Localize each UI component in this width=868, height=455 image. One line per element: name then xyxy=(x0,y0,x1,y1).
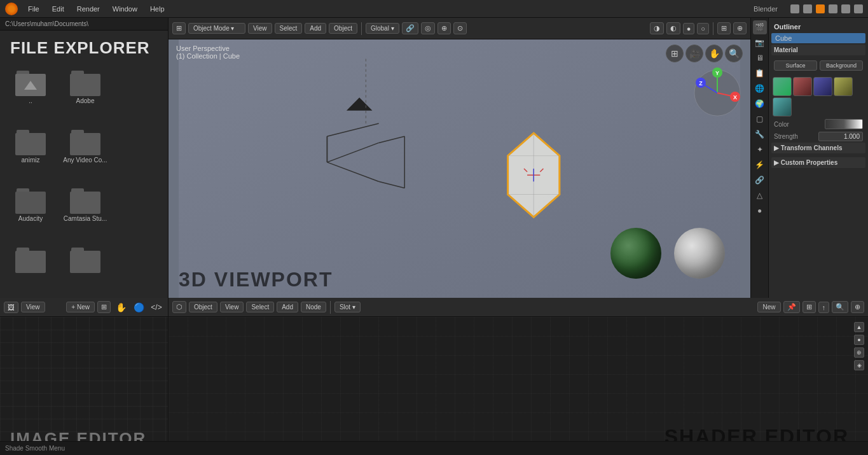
shader-view-btn[interactable]: View xyxy=(220,302,244,312)
workspace-btn-2[interactable] xyxy=(803,4,812,13)
img-hand-tool[interactable]: ✋ xyxy=(113,300,128,315)
viewport-shading-eevee[interactable]: ○ xyxy=(697,23,709,34)
shader-node-btn[interactable]: Node xyxy=(301,302,326,312)
props-icon-constraints[interactable]: 🔗 xyxy=(753,173,767,187)
menu-file[interactable]: File xyxy=(25,4,42,14)
list-item[interactable] xyxy=(60,245,111,293)
list-item[interactable]: .. xyxy=(5,68,56,123)
shader-slot-btn[interactable]: Slot ▾ xyxy=(334,302,361,312)
list-item[interactable]: Audacity xyxy=(5,186,56,241)
props-material-header[interactable]: Material xyxy=(771,45,865,55)
list-item[interactable]: Any Video Co... xyxy=(60,127,111,183)
material-thumb-3[interactable] xyxy=(813,77,832,96)
outliner-active-item[interactable]: Cube xyxy=(771,33,865,43)
zoom-gizmo-btn[interactable]: 🔍 xyxy=(725,45,743,62)
snap-btn[interactable]: 🔗 xyxy=(402,22,418,34)
shader-object-btn[interactable]: Object xyxy=(189,302,217,312)
shader-add-btn[interactable]: Add xyxy=(277,302,298,312)
material-thumb-1[interactable] xyxy=(773,77,792,96)
surface-btn[interactable]: Surface xyxy=(774,60,817,71)
viewport-add-btn[interactable]: Add xyxy=(305,23,326,34)
viewport-select-btn[interactable]: Select xyxy=(275,23,303,34)
material-thumb-4[interactable] xyxy=(834,77,853,96)
props-icon-data[interactable]: △ xyxy=(753,188,767,202)
shader-more-btn[interactable]: ⊞ xyxy=(803,301,816,313)
background-btn[interactable]: Background xyxy=(820,60,863,71)
overlay-toggle[interactable]: ⊞ xyxy=(717,22,731,34)
material-thumb-2[interactable] xyxy=(793,77,812,96)
props-icon-scene2[interactable]: 🌐 xyxy=(753,81,767,95)
props-icon-modifier[interactable]: 🔧 xyxy=(753,127,767,141)
img-editor-icon[interactable]: 🖼 xyxy=(4,302,18,313)
props-icon-output[interactable]: 🖥 xyxy=(753,51,767,65)
color-picker[interactable] xyxy=(825,119,863,129)
img-zoom-tool[interactable]: 🔵 xyxy=(131,300,146,315)
viewport-shading-rendered[interactable]: ● xyxy=(683,23,695,34)
workspace-btn-5[interactable] xyxy=(841,4,850,13)
props-icon-material[interactable]: ● xyxy=(753,204,767,218)
viewport-view-btn[interactable]: View xyxy=(248,23,272,34)
props-icon-scene[interactable]: 🎬 xyxy=(753,20,767,34)
workspace-btn-6[interactable] xyxy=(854,4,863,13)
transform-header[interactable]: ▶ Transform Channels xyxy=(771,143,865,153)
props-icon-world[interactable]: 🌍 xyxy=(753,97,767,111)
shader-new-btn[interactable]: New xyxy=(757,302,780,312)
workspace-btn-4[interactable] xyxy=(829,4,837,13)
props-icon-physics[interactable]: ⚡ xyxy=(753,158,767,172)
props-icon-render[interactable]: 📷 xyxy=(753,36,767,50)
list-item[interactable]: Camtasia Stu... xyxy=(60,186,111,241)
list-item[interactable]: Adobe xyxy=(60,68,111,123)
list-item[interactable]: animiz xyxy=(5,127,56,183)
shader-toolbar: ⬡ Object View Select Add Node Slot ▾ New… xyxy=(169,298,868,317)
proportional-btn[interactable]: ⊙ xyxy=(453,22,467,34)
workspace-btn-1[interactable] xyxy=(790,4,799,13)
viewport-shading-material[interactable]: ◐ xyxy=(666,22,680,34)
img-code-btn[interactable]: </> xyxy=(149,300,164,315)
menu-render[interactable]: Render xyxy=(74,4,102,14)
main-layout: C:\Users\muham\Documents\ FILE EXPLORER … xyxy=(0,18,868,455)
file-label: Audacity xyxy=(18,215,43,222)
strength-value[interactable]: 1.000 xyxy=(818,132,863,141)
shader-grid-btn[interactable]: ⊕ xyxy=(851,301,864,313)
img-view-btn[interactable]: View xyxy=(21,302,45,312)
status-bar: Shade Smooth Menu xyxy=(0,441,868,455)
props-icon-view-layer[interactable]: 📋 xyxy=(753,66,767,80)
grid-gizmo-btn[interactable]: ⊞ xyxy=(666,45,684,62)
image-editor-toolbar: 🖼 View + New ⊞ ✋ 🔵 </> xyxy=(0,298,168,317)
shader-side-btn-1[interactable]: ▲ xyxy=(854,322,864,332)
image-editor-content: IMAGE EDITOR xyxy=(0,317,168,455)
workspace-btn-3[interactable] xyxy=(816,4,825,13)
gizmo-area: ⊞ 🎥 ✋ 🔍 Y xyxy=(666,45,743,118)
img-new-btn[interactable]: + New xyxy=(66,302,95,312)
shader-zoom-btn[interactable]: 🔍 xyxy=(832,301,848,313)
hand-gizmo-btn[interactable]: ✋ xyxy=(705,45,723,62)
props-icon-particles[interactable]: ✦ xyxy=(753,143,767,157)
custom-props-header[interactable]: ▶ Custom Properties xyxy=(771,157,865,168)
shader-arrow-btn[interactable]: ↑ xyxy=(818,302,830,313)
shader-icon-btn[interactable]: ⬡ xyxy=(172,301,186,313)
props-icon-object[interactable]: ▢ xyxy=(753,112,767,126)
shader-side-btn-3[interactable]: ⊕ xyxy=(854,347,864,358)
img-more-btn[interactable]: ⊞ xyxy=(97,301,111,313)
global-btn[interactable]: Global ▾ xyxy=(366,23,399,34)
gizmo-toggle[interactable]: ⊕ xyxy=(733,22,747,34)
viewport-shading-solid[interactable]: ◑ xyxy=(650,22,664,34)
object-mode-btn[interactable]: Object Mode ▾ xyxy=(188,23,245,34)
transform-label: ▶ Transform Channels xyxy=(774,144,842,151)
menu-edit[interactable]: Edit xyxy=(50,4,67,14)
material-thumb-5[interactable] xyxy=(773,97,792,116)
camera-gizmo-btn[interactable]: 🎥 xyxy=(685,45,703,62)
menu-help[interactable]: Help xyxy=(148,4,167,14)
pivot-btn[interactable]: ◎ xyxy=(421,22,435,34)
menu-window[interactable]: Window xyxy=(110,4,140,14)
shader-select-btn[interactable]: Select xyxy=(246,302,274,312)
viewport-object-btn[interactable]: Object xyxy=(329,23,357,34)
overlay-btn[interactable]: ⊕ xyxy=(437,22,451,34)
file-label: Camtasia Stu... xyxy=(64,215,107,222)
shader-pin-btn[interactable]: 📌 xyxy=(783,301,800,313)
viewport-icon-btn[interactable]: ⊞ xyxy=(172,22,186,34)
list-item[interactable] xyxy=(5,245,56,293)
blender-logo xyxy=(5,3,18,15)
shader-side-btn-2[interactable]: ● xyxy=(854,335,864,345)
shader-side-btn-4[interactable]: ◈ xyxy=(854,360,864,370)
